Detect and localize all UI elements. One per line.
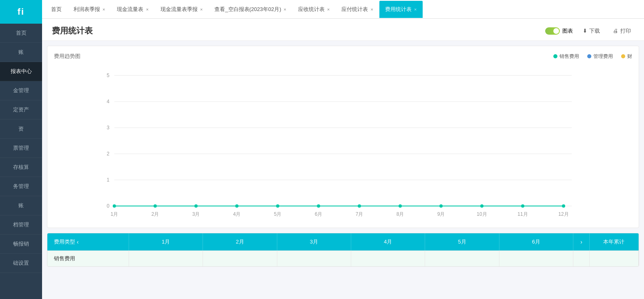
svg-point-16 (276, 204, 279, 208)
svg-text:5月: 5月 (274, 211, 282, 217)
tab-close-cashflow[interactable]: × (146, 7, 148, 12)
print-icon: 🖨 (613, 28, 618, 34)
svg-point-15 (235, 204, 238, 208)
print-button[interactable]: 🖨 打印 (610, 26, 634, 36)
download-icon: ⬇ (583, 28, 587, 34)
sidebar-item-report-center[interactable]: 报表中心 (0, 62, 42, 81)
toggle-thumb (553, 28, 559, 34)
legend-dot-sales (553, 54, 557, 58)
cell-sales-annual (590, 251, 639, 266)
svg-point-19 (399, 204, 402, 208)
table-col-5: 5月 (425, 233, 499, 250)
svg-point-12 (113, 204, 116, 208)
legend-dot-finance (621, 54, 625, 58)
svg-text:2: 2 (107, 151, 109, 157)
sidebar-item-smooth-cancel[interactable]: 畅报销 (0, 235, 42, 254)
sidebar: fi 首页 账 报表中心 金管理 定资产 资 票管理 存核算 务管理 账 档管理… (0, 0, 42, 299)
tab-expense[interactable]: 费用统计表 × (379, 1, 423, 18)
chart-container: 费用趋势图 销售费用 管理费用 财 (47, 46, 639, 228)
toggle-track (545, 27, 560, 35)
cell-sales-nav (573, 251, 590, 266)
table-col-annual: 本年累计 (590, 233, 639, 250)
page-title: 费用统计表 (52, 25, 93, 36)
tab-close-blank-report[interactable]: × (284, 7, 286, 12)
chart-svg-wrapper: 5 4 3 2 1 0 (54, 65, 632, 221)
toggle-label: 图表 (562, 27, 573, 35)
legend-dot-admin (587, 54, 591, 58)
svg-point-18 (358, 204, 361, 208)
svg-point-21 (480, 204, 484, 208)
svg-point-20 (439, 204, 443, 208)
svg-text:6月: 6月 (315, 211, 323, 217)
page-content: 费用统计表 图表 ⬇ 下载 🖨 打印 (42, 19, 644, 299)
tab-profit-quarterly[interactable]: 利润表季报 × (68, 1, 111, 18)
tab-bar: 首页 利润表季报 × 现金流量表 × 现金流量表季报 × 查看_空白报表(202… (42, 0, 644, 19)
chart-title: 费用趋势图 (54, 53, 80, 60)
sidebar-item-base-settings[interactable]: 础设置 (0, 254, 42, 273)
sidebar-item-archive-mgmt[interactable]: 档管理 (0, 215, 42, 235)
sidebar-item-fixed-assets[interactable]: 定资产 (0, 100, 42, 120)
table-col-1: 1月 (129, 233, 203, 250)
sidebar-item-service-mgmt[interactable]: 务管理 (0, 177, 42, 196)
col-type-label: 费用类型 (54, 238, 75, 246)
svg-text:4月: 4月 (233, 211, 241, 217)
cell-sales-4 (351, 251, 425, 266)
tab-home[interactable]: 首页 (45, 1, 68, 18)
legend-admin: 管理费用 (587, 53, 613, 60)
chart-legend: 销售费用 管理费用 财 (553, 53, 632, 60)
table-nav-next[interactable]: › (579, 239, 584, 245)
chart-toggle[interactable]: 图表 (545, 27, 573, 35)
sidebar-item-capital[interactable]: 资 (0, 120, 42, 139)
table-row: 销售费用 (47, 250, 639, 266)
svg-text:3: 3 (107, 125, 109, 131)
svg-point-13 (154, 204, 157, 208)
svg-text:2月: 2月 (152, 211, 159, 217)
sidebar-item-ledger[interactable]: 账 (0, 43, 42, 62)
cell-sales-2 (203, 251, 277, 266)
svg-text:1: 1 (107, 177, 109, 183)
chart-header: 费用趋势图 销售费用 管理费用 财 (54, 53, 632, 60)
download-label: 下载 (589, 27, 600, 35)
svg-text:8月: 8月 (397, 211, 404, 217)
cell-sales-5 (425, 251, 499, 266)
cell-sales-6 (499, 251, 573, 266)
legend-finance: 财 (621, 53, 632, 60)
svg-point-17 (317, 204, 320, 208)
tab-close-receivable[interactable]: × (327, 7, 330, 12)
tab-close-expense[interactable]: × (414, 7, 417, 12)
svg-text:5: 5 (107, 73, 109, 78)
sidebar-item-inventory[interactable]: 存核算 (0, 158, 42, 177)
table-col-4: 4月 (351, 233, 425, 250)
sidebar-item-sub-ledger[interactable]: 账 (0, 196, 42, 215)
download-button[interactable]: ⬇ 下载 (579, 26, 603, 36)
tab-payable[interactable]: 应付统计表 × (336, 1, 379, 18)
sidebar-item-home[interactable]: 首页 (0, 24, 42, 43)
svg-text:7月: 7月 (356, 211, 363, 217)
sidebar-item-invoice-mgmt[interactable]: 票管理 (0, 139, 42, 158)
svg-point-22 (521, 204, 524, 208)
svg-text:1月: 1月 (111, 211, 118, 217)
table-nav-next-cell: › (573, 233, 590, 250)
table-nav-prev[interactable]: ‹ (75, 239, 80, 245)
tab-cashflow[interactable]: 现金流量表 × (111, 1, 154, 18)
cell-type-sales: 销售费用 (47, 251, 129, 266)
legend-label-admin: 管理费用 (593, 53, 613, 60)
svg-point-23 (562, 204, 565, 208)
svg-text:0: 0 (107, 203, 109, 209)
sidebar-logo: fi (0, 0, 42, 24)
tab-receivable[interactable]: 应收统计表 × (292, 1, 336, 18)
tab-cashflow-quarterly[interactable]: 现金流量表季报 × (155, 1, 209, 18)
svg-text:12月: 12月 (558, 211, 568, 217)
sidebar-item-fund-mgmt[interactable]: 金管理 (0, 81, 42, 100)
table-col-3: 3月 (277, 233, 351, 250)
cell-sales-3 (277, 251, 351, 266)
tab-close-cashflow-quarterly[interactable]: × (200, 7, 203, 12)
tab-close-payable[interactable]: × (370, 7, 373, 12)
tab-blank-report[interactable]: 查看_空白报表(2023年02月) × (209, 1, 292, 18)
svg-text:3月: 3月 (192, 211, 200, 217)
table-header-row: 费用类型 ‹ 1月 2月 3月 4月 5月 6月 › 本年累计 (47, 233, 639, 250)
cell-sales-1 (129, 251, 203, 266)
tab-close-profit-quarterly[interactable]: × (103, 7, 105, 12)
print-label: 打印 (620, 27, 631, 35)
svg-text:10月: 10月 (477, 211, 487, 217)
